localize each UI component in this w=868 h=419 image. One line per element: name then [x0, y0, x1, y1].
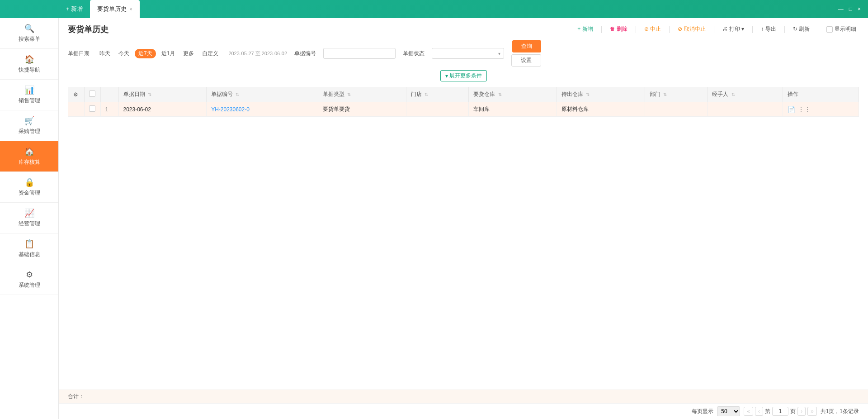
stop-button[interactable]: ⊘ 中止 — [642, 24, 664, 35]
order-history-tab-label: 要货单历史 — [97, 5, 127, 13]
shortcut-more[interactable]: 更多 — [180, 49, 197, 58]
shortcut-7days[interactable]: 近7天 — [135, 49, 156, 58]
top-bar: + 新增 要货单历史 × — □ × — [0, 0, 868, 18]
sidebar-item-purchase[interactable]: 🛒 采购管理 — [0, 110, 58, 141]
th-num — [100, 87, 118, 102]
last-page-btn[interactable]: » — [807, 407, 817, 416]
table-header: ⚙ 单据日期 ⇅ 单据编号 ⇅ 单据类型 ⇅ 门店 ⇅ 要货仓库 ⇅ 待出仓库 … — [68, 87, 859, 102]
filter-second-row: ▾ 展开更多条件 — [68, 70, 859, 81]
sidebar-label-finance: 资金管理 — [19, 189, 40, 197]
td-num: 1 — [100, 102, 118, 117]
row-checkbox[interactable] — [89, 105, 95, 112]
operations-icon: 📈 — [24, 208, 34, 218]
row-edit-icon[interactable]: 📄 — [788, 106, 795, 113]
order-no-label: 单据编号 — [294, 50, 316, 57]
window-controls: — □ × — [838, 6, 861, 12]
td-req-warehouse: 车间库 — [469, 102, 557, 117]
td-order-type: 要货单要货 — [318, 102, 406, 117]
status-select[interactable] — [432, 48, 504, 59]
tab-home[interactable]: + 新增 — [59, 0, 90, 18]
filter-area: 单据日期 昨天 今天 近7天 近1月 更多 自定义 2023-05-27 至 2… — [59, 35, 868, 87]
th-order-type[interactable]: 单据类型 ⇅ — [318, 87, 406, 102]
sidebar-label-search: 搜索菜单 — [19, 35, 40, 43]
date-range-display: 2023-05-27 至 2023-06-02 — [228, 50, 287, 57]
shortcut-today[interactable]: 今天 — [116, 49, 132, 58]
td-checkbox — [84, 102, 100, 117]
separator-7 — [818, 26, 818, 33]
th-settings[interactable]: ⚙ — [68, 87, 84, 102]
date-shortcuts: 昨天 今天 近7天 近1月 更多 自定义 — [97, 49, 221, 58]
separator-1 — [601, 26, 602, 33]
page-nav: « ‹ 第 页 › » — [744, 407, 816, 416]
td-department — [645, 102, 708, 117]
th-store[interactable]: 门店 ⇅ — [406, 87, 469, 102]
sidebar-item-inventory[interactable]: 🏠 库存核算 — [0, 141, 58, 172]
sidebar-label-sales: 销售管理 — [19, 97, 40, 105]
page-header: 要货单历史 + 新增 🗑 🗑 删除删除 ⊘ 中止 ⊘ 取消中止 🖨 打印 ▾ ↑… — [59, 18, 868, 35]
add-button[interactable]: + 新增 — [575, 24, 595, 35]
sidebar-item-system[interactable]: ⚙ 系统管理 — [0, 264, 58, 295]
finance-icon: 🔒 — [24, 177, 34, 187]
sort-date-icon: ⇅ — [148, 92, 151, 97]
data-table: ⚙ 单据日期 ⇅ 单据编号 ⇅ 单据类型 ⇅ 门店 ⇅ 要货仓库 ⇅ 待出仓库 … — [68, 87, 859, 117]
query-button[interactable]: 查询 — [512, 40, 541, 52]
sidebar-label-operations: 经营管理 — [19, 220, 40, 228]
page-suffix: 页 — [790, 408, 796, 415]
sort-dept-icon: ⇅ — [663, 92, 667, 97]
td-date: 2023-06-02 — [118, 102, 207, 117]
tab-close-icon[interactable]: × — [129, 6, 132, 12]
th-wait-warehouse[interactable]: 待出仓库 ⇅ — [557, 87, 645, 102]
pagination-bar: 每页显示 10 20 50 100 « ‹ 第 页 › » 共1页，1条记录 — [59, 403, 868, 419]
refresh-button[interactable]: ↻ 刷新 — [790, 24, 812, 35]
delete-button[interactable]: 🗑 🗑 删除删除 — [607, 24, 630, 35]
sidebar-item-quick-nav[interactable]: 🏠 快捷导航 — [0, 49, 58, 80]
table-row[interactable]: 1 2023-06-02 YH-20230602-0 要货单要货 车间库 原材料… — [68, 102, 859, 117]
first-page-btn[interactable]: « — [744, 407, 753, 416]
th-department[interactable]: 部门 ⇅ — [645, 87, 708, 102]
page-input[interactable] — [772, 407, 788, 416]
filter-row-1: 单据日期 昨天 今天 近7天 近1月 更多 自定义 2023-05-27 至 2… — [68, 40, 859, 67]
window-close-btn[interactable]: × — [858, 6, 861, 12]
window-minimize-btn[interactable]: — — [838, 6, 844, 12]
footer-total-label: 合计： — [68, 393, 84, 400]
sidebar-item-basic-info[interactable]: 📋 基础信息 — [0, 233, 58, 264]
tab-order-history[interactable]: 要货单历史 × — [90, 0, 139, 18]
cancel-stop-button[interactable]: ⊘ 取消中止 — [675, 24, 708, 35]
basic-info-icon: 📋 — [24, 239, 34, 249]
prev-page-btn[interactable]: ‹ — [755, 407, 763, 416]
th-handler[interactable]: 经手人 ⇅ — [708, 87, 783, 102]
th-req-warehouse[interactable]: 要货仓库 ⇅ — [469, 87, 557, 102]
separator-3 — [669, 26, 670, 33]
row-more-icon[interactable]: ⋮⋮ — [798, 106, 811, 113]
shortcut-yesterday[interactable]: 昨天 — [97, 49, 113, 58]
th-date[interactable]: 单据日期 ⇅ — [118, 87, 207, 102]
sidebar-item-search[interactable]: 🔍 搜索菜单 — [0, 18, 58, 49]
th-checkbox — [84, 87, 100, 102]
th-operations: 操作 — [783, 87, 859, 102]
sidebar-item-finance[interactable]: 🔒 资金管理 — [0, 172, 58, 203]
sidebar: 🔍 搜索菜单 🏠 快捷导航 📊 销售管理 🛒 采购管理 🏠 库存核算 🔒 资金管… — [0, 18, 59, 419]
sidebar-item-operations[interactable]: 📈 经营管理 — [0, 203, 58, 233]
td-order-no[interactable]: YH-20230602-0 — [207, 102, 318, 117]
print-button[interactable]: 🖨 打印 ▾ — [720, 24, 747, 35]
order-no-input[interactable] — [323, 48, 396, 59]
sort-store-icon: ⇅ — [425, 92, 428, 97]
per-page-label: 每页显示 — [692, 408, 713, 415]
separator-4 — [714, 26, 714, 33]
display-detail-button[interactable]: 显示明细 — [824, 24, 859, 35]
expand-more-btn[interactable]: ▾ 展开更多条件 — [440, 70, 487, 81]
sidebar-item-sales[interactable]: 📊 销售管理 — [0, 80, 58, 110]
th-order-no[interactable]: 单据编号 ⇅ — [207, 87, 318, 102]
per-page-select[interactable]: 10 20 50 100 — [717, 406, 740, 416]
shortcut-1month[interactable]: 近1月 — [159, 49, 178, 58]
filter-settings-button[interactable]: 设置 — [511, 54, 541, 67]
select-all-checkbox[interactable] — [89, 90, 95, 97]
next-page-btn[interactable]: › — [797, 407, 806, 416]
export-button[interactable]: ↑ 导出 — [758, 24, 778, 35]
shortcut-custom[interactable]: 自定义 — [199, 49, 221, 58]
table-body: 1 2023-06-02 YH-20230602-0 要货单要货 车间库 原材料… — [68, 102, 859, 117]
window-maximize-btn[interactable]: □ — [849, 6, 852, 12]
sidebar-label-quick-nav: 快捷导航 — [19, 66, 40, 74]
td-store — [406, 102, 469, 117]
row-op-icons: 📄 ⋮⋮ — [788, 106, 854, 113]
